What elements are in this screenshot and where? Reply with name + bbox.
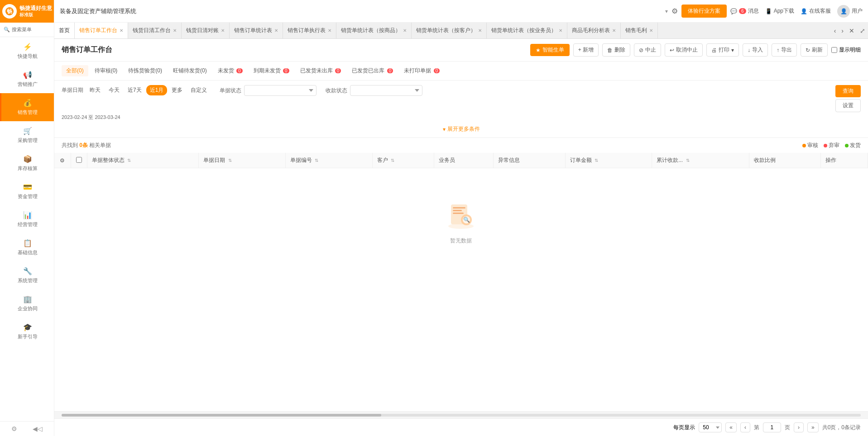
select-all-checkbox[interactable] <box>76 157 82 163</box>
payment-select[interactable] <box>350 85 422 96</box>
import-btn[interactable]: ↓ 导入 <box>743 43 768 57</box>
tab-sales-order-stats[interactable]: 销售订单统计表 ✕ <box>230 23 283 38</box>
user-menu[interactable]: 👤 用户 <box>837 5 863 18</box>
page-input[interactable]: 1 <box>763 422 781 432</box>
sub-tab-shipped-not-out[interactable]: 已发货未出库 0 <box>296 65 346 76</box>
date-btn-yesterday[interactable]: 昨天 <box>86 85 104 95</box>
next-page-btn[interactable]: › <box>794 422 804 432</box>
sub-tab-wangpu[interactable]: 旺铺待发货(0) <box>168 65 211 76</box>
tab-close-sales-profit[interactable]: ✕ <box>649 28 653 33</box>
tab-sales-order-exec[interactable]: 销售订单执行表 ✕ <box>283 23 336 38</box>
sidebar-item-quick-nav[interactable]: ⚡ 快捷导航 <box>0 37 54 65</box>
tab-home[interactable]: 首页 <box>54 23 75 38</box>
col-staff[interactable]: 业务员 <box>434 153 493 168</box>
col-status[interactable]: 单据整体状态 ⇅ <box>87 153 199 168</box>
col-customer[interactable]: 客户 ⇅ <box>372 153 434 168</box>
export-btn[interactable]: ↑ 导出 <box>772 43 797 57</box>
tab-prev-btn[interactable]: ‹ <box>831 23 839 38</box>
tab-sales-order-workbench[interactable]: 销售订单工作台 ✕ <box>75 23 128 38</box>
sidebar-item-inventory[interactable]: 📦 库存核算 <box>0 149 54 177</box>
sidebar-item-purchase[interactable]: 🛒 采购管理 <box>0 121 54 149</box>
date-btn-more[interactable]: 更多 <box>168 85 186 95</box>
tab-close-all-btn[interactable]: ✕ <box>846 23 857 38</box>
first-page-btn[interactable]: « <box>725 422 737 432</box>
settings-bottom-icon[interactable]: ⚙ <box>11 425 17 432</box>
col-number[interactable]: 单据编号 ⇅ <box>285 153 372 168</box>
cancel-review-action-btn[interactable]: 弃审 <box>824 142 839 149</box>
sub-tab-overdue-unshipped[interactable]: 到期未发货 0 <box>249 65 294 76</box>
sidebar-item-system[interactable]: 🔧 系统管理 <box>0 261 54 289</box>
refresh-btn[interactable]: ↻ 刷新 <box>801 43 828 57</box>
query-btn[interactable]: 查询 <box>835 85 861 97</box>
sub-tab-shipped-out[interactable]: 已发货已出库 0 <box>347 65 398 76</box>
show-detail-checkbox[interactable]: 显示明细 <box>831 46 861 54</box>
col-ratio[interactable]: 收款比例 <box>749 153 821 168</box>
date-btn-custom[interactable]: 自定义 <box>187 85 211 95</box>
tab-close-stats-product[interactable]: ✕ <box>403 28 407 33</box>
tab-cash-reconcile[interactable]: 钱货日清对账 ✕ <box>182 23 230 38</box>
col-operation[interactable]: 操作 <box>821 153 868 168</box>
stop-btn[interactable]: ⊘ 中止 <box>634 43 661 57</box>
tab-close-sales-exec[interactable]: ✕ <box>328 28 331 33</box>
sidebar-item-enterprise[interactable]: 🏢 企业协同 <box>0 289 54 318</box>
print-btn[interactable]: 🖨 打印 ▾ <box>706 43 739 57</box>
sidebar-search[interactable]: 🔍 搜索菜单 <box>0 23 54 37</box>
industry-btn[interactable]: 体验行业方案 <box>681 5 727 18</box>
add-btn[interactable]: + 新增 <box>573 43 599 57</box>
show-detail-input[interactable] <box>831 47 837 53</box>
dropdown-icon[interactable]: ▾ <box>665 8 668 14</box>
sidebar-item-basic-info[interactable]: 📋 基础信息 <box>0 233 54 261</box>
col-settings-icon[interactable]: ⚙ <box>60 157 65 164</box>
delete-btn[interactable]: 🗑 删除 <box>602 43 630 57</box>
cancel-stop-btn[interactable]: ↩ 取消中止 <box>665 43 703 57</box>
tab-cash-daily[interactable]: 钱货日清工作台 ✕ <box>128 23 182 38</box>
col-date[interactable]: 单据日期 ⇅ <box>199 153 286 168</box>
sub-tab-unshipped[interactable]: 未发货 0 <box>213 65 247 76</box>
col-collected[interactable]: 累计收款... ⇅ <box>652 153 749 168</box>
tab-close-sales-stats[interactable]: ✕ <box>274 28 278 33</box>
sidebar-item-operations[interactable]: 📊 经营管理 <box>0 205 54 233</box>
tab-close-cash-reconcile[interactable]: ✕ <box>221 28 225 33</box>
last-page-btn[interactable]: » <box>807 422 819 432</box>
app-download-btn[interactable]: 📱 App下载 <box>765 7 794 15</box>
collapse-icon[interactable]: ◀◁ <box>33 425 43 432</box>
date-btn-today[interactable]: 今天 <box>105 85 123 95</box>
col-amount[interactable]: 订单金额 ⇅ <box>565 153 652 168</box>
review-action-btn[interactable]: 审核 <box>802 142 818 149</box>
tab-close-stats-staff[interactable]: ✕ <box>559 28 562 33</box>
online-service-btn[interactable]: 👤 在线客服 <box>801 7 831 15</box>
sub-tab-pending-inspect[interactable]: 待拣货验货(0) <box>124 65 167 76</box>
tab-next-btn[interactable]: › <box>839 23 846 38</box>
tab-sales-stats-product[interactable]: 销货单统计表（按商品） ✕ <box>336 23 412 38</box>
col-checkbox[interactable] <box>71 153 87 168</box>
sidebar-item-finance[interactable]: 💳 资金管理 <box>0 177 54 205</box>
tab-close-product-margin[interactable]: ✕ <box>612 28 616 33</box>
tab-close-sales-order[interactable]: ✕ <box>120 28 123 33</box>
tab-sales-profit[interactable]: 销售毛利 ✕ <box>621 23 658 38</box>
tab-maximize-btn[interactable]: ⤢ <box>857 23 868 38</box>
expand-btn[interactable]: ▾ 展开更多条件 <box>443 125 480 133</box>
date-btn-1month[interactable]: 近1月 <box>146 85 168 95</box>
prev-page-btn[interactable]: ‹ <box>740 422 750 432</box>
tab-sales-stats-staff[interactable]: 销货单统计表（按业务员） ✕ <box>487 23 567 38</box>
sub-tab-pending-review[interactable]: 待审核(0) <box>90 65 122 76</box>
scrollbar-thumb[interactable] <box>62 414 381 417</box>
sub-tab-unprinted[interactable]: 未打印单据 0 <box>399 65 444 76</box>
bottom-scrollbar[interactable] <box>54 411 868 418</box>
per-page-select[interactable]: 50 100 200 <box>699 422 722 432</box>
smart-generate-btn[interactable]: ★ 智能生单 <box>530 44 570 56</box>
date-btn-7days[interactable]: 近7天 <box>124 85 145 95</box>
scrollbar-track[interactable] <box>62 414 861 417</box>
sub-tab-all[interactable]: 全部(0) <box>62 65 88 76</box>
sidebar-item-newbie[interactable]: 🎓 新手引导 <box>0 318 54 346</box>
tab-sales-stats-customer[interactable]: 销货单统计表（按客户） ✕ <box>412 23 487 38</box>
tab-close-stats-customer[interactable]: ✕ <box>478 28 482 33</box>
tab-close-cash-daily[interactable]: ✕ <box>173 28 177 33</box>
col-settings[interactable]: ⚙ <box>54 153 71 168</box>
message-btn[interactable]: 💬 6 消息 <box>730 7 759 15</box>
status-select[interactable] <box>244 85 317 96</box>
col-abnormal[interactable]: 异常信息 <box>493 153 565 168</box>
sidebar-item-marketing[interactable]: 📢 营销推广 <box>0 65 54 93</box>
topbar-settings-icon[interactable]: ⚙ <box>671 7 678 15</box>
ship-action-btn[interactable]: 发货 <box>845 142 861 149</box>
